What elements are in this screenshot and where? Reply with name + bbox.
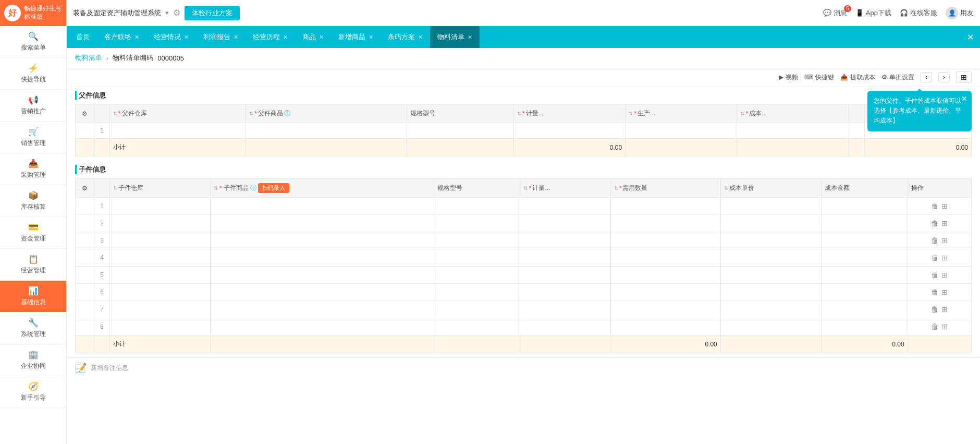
child-r4-spec[interactable] (434, 249, 520, 267)
tab-close-barcode[interactable]: ✕ (418, 34, 423, 41)
child-delete-1-icon[interactable]: 🗑 (931, 202, 938, 210)
child-r3-warehouse[interactable] (110, 232, 211, 249)
gear-settings[interactable]: ⚙ (173, 8, 180, 18)
tab-close-profit[interactable]: ✕ (234, 34, 238, 41)
child-delete-2-icon[interactable]: 🗑 (931, 219, 938, 227)
prev-page-btn[interactable]: ‹ (921, 72, 932, 82)
child-r2-warehouse[interactable] (110, 215, 211, 232)
next-page-btn[interactable]: › (938, 72, 950, 82)
tooltip-close-btn[interactable]: ✕ (961, 93, 967, 104)
child-r5-unit-cost[interactable] (720, 267, 821, 284)
child-r2-unit[interactable] (520, 215, 610, 232)
parent-product-info-icon[interactable]: ⓘ (284, 109, 290, 118)
child-r7-spec[interactable] (434, 301, 520, 318)
child-r4-quantity[interactable] (610, 249, 720, 267)
child-r5-unit[interactable] (520, 267, 610, 284)
child-r6-unit-cost[interactable] (720, 284, 821, 301)
tab-product[interactable]: 商品✕ (295, 26, 331, 48)
sidebar-item-quick-nav[interactable]: ⚡快捷导航 (0, 58, 66, 90)
child-r1-unit[interactable] (520, 198, 610, 215)
tab-history[interactable]: 经营历程✕ (246, 26, 295, 48)
single-settings-btn[interactable]: ⚙ 单据设置 (881, 73, 914, 82)
tab-profit[interactable]: 利润报告✕ (196, 26, 246, 48)
child-r8-warehouse[interactable] (110, 318, 211, 335)
tab-close-bom[interactable]: ✕ (468, 34, 472, 41)
child-r4-unit-cost[interactable] (720, 249, 821, 267)
child-r4-warehouse[interactable] (110, 249, 211, 267)
child-r1-spec[interactable] (434, 198, 520, 215)
child-r7-quantity[interactable] (610, 301, 720, 318)
child-copy-3-icon[interactable]: ⊞ (941, 236, 948, 245)
child-copy-8-icon[interactable]: ⊞ (941, 322, 948, 331)
close-all-tabs-btn[interactable]: ✕ (963, 32, 978, 42)
child-r2-product[interactable] (211, 215, 434, 232)
child-r3-unit-cost[interactable] (720, 232, 821, 249)
sidebar-item-search[interactable]: 🔍搜索菜单 (0, 26, 66, 58)
tab-close-customer[interactable]: ✕ (134, 34, 139, 41)
child-r7-warehouse[interactable] (110, 301, 211, 318)
grid-view-btn[interactable]: ⊞ (956, 71, 972, 83)
sidebar-item-purchase[interactable]: 📥采购管理 (0, 153, 66, 185)
child-r5-spec[interactable] (434, 267, 520, 284)
child-r5-product[interactable] (211, 267, 434, 284)
tab-customer[interactable]: 客户联络✕ (97, 26, 146, 48)
child-delete-7-icon[interactable]: 🗑 (931, 305, 938, 314)
app-download-btn[interactable]: 📱 App下载 (855, 8, 891, 18)
tab-close-new-product[interactable]: ✕ (369, 34, 373, 41)
child-delete-6-icon[interactable]: 🗑 (931, 288, 938, 296)
child-r4-unit[interactable] (520, 249, 610, 267)
child-copy-6-icon[interactable]: ⊞ (941, 288, 948, 296)
tab-close-product[interactable]: ✕ (319, 34, 324, 41)
child-r3-unit[interactable] (520, 232, 610, 249)
child-r4-product[interactable] (211, 249, 434, 267)
child-r5-warehouse[interactable] (110, 267, 211, 284)
tab-new-product[interactable]: 新增商品✕ (331, 26, 381, 48)
child-r6-product[interactable] (211, 284, 434, 301)
child-r7-unit-cost[interactable] (720, 301, 821, 318)
child-r8-product[interactable] (211, 318, 434, 335)
child-r5-quantity[interactable] (610, 267, 720, 284)
child-r6-warehouse[interactable] (110, 284, 211, 301)
parent-r1-production[interactable] (626, 123, 737, 139)
online-service-btn[interactable]: 🎧 在线客服 (900, 8, 937, 18)
parent-r1-product[interactable] (246, 123, 407, 139)
child-r6-unit[interactable] (520, 284, 610, 301)
child-copy-1-icon[interactable]: ⊞ (941, 202, 948, 210)
sidebar-item-basic[interactable]: 📊基础信息 (0, 281, 66, 313)
child-r8-spec[interactable] (434, 318, 520, 335)
child-product-info-icon[interactable]: ⓘ (250, 184, 256, 193)
child-r8-quantity[interactable] (610, 318, 720, 335)
parent-r1-spec[interactable] (407, 123, 513, 139)
bom-list-link[interactable]: 物料清单 (75, 53, 102, 63)
child-r3-product[interactable] (211, 232, 434, 249)
sidebar-item-fund[interactable]: 💳资金管理 (0, 217, 66, 249)
child-r2-spec[interactable] (434, 215, 520, 232)
child-delete-3-icon[interactable]: 🗑 (931, 236, 938, 245)
sidebar-item-sales[interactable]: 🛒销售管理 (0, 122, 66, 153)
child-r1-warehouse[interactable] (110, 198, 211, 215)
child-copy-5-icon[interactable]: ⊞ (941, 271, 948, 279)
tab-bom[interactable]: 物料清单✕ (430, 26, 480, 48)
view-btn[interactable]: ▶ 视频 (779, 73, 798, 82)
sidebar-item-corp[interactable]: 🏢企业协同 (0, 344, 66, 376)
child-r1-unit-cost[interactable] (720, 198, 821, 215)
tab-barcode[interactable]: 条码方案✕ (381, 26, 430, 48)
child-copy-7-icon[interactable]: ⊞ (941, 305, 948, 314)
sidebar-item-guide[interactable]: 🧭新手引导 (0, 376, 66, 408)
tab-close-history[interactable]: ✕ (283, 34, 288, 41)
child-r2-unit-cost[interactable] (720, 215, 821, 232)
parent-r1-cost[interactable] (737, 123, 849, 139)
child-r6-quantity[interactable] (610, 284, 720, 301)
child-delete-4-icon[interactable]: 🗑 (931, 254, 938, 262)
child-delete-5-icon[interactable]: 🗑 (931, 271, 938, 279)
sidebar-item-marketing[interactable]: 📢营销推广 (0, 90, 66, 122)
child-r1-product[interactable] (211, 198, 434, 215)
sidebar-item-system[interactable]: 🔧系统管理 (0, 313, 66, 344)
scan-input-btn[interactable]: 扫码录入 (258, 183, 289, 193)
child-r1-quantity[interactable] (610, 198, 720, 215)
tab-home[interactable]: 首页 (69, 26, 97, 48)
child-r2-quantity[interactable] (610, 215, 720, 232)
parent-r1-warehouse[interactable] (110, 123, 246, 139)
shortcut-btn[interactable]: ⌨ 快捷键 (804, 73, 834, 82)
user-btn[interactable]: 👤 用友 (946, 7, 974, 19)
